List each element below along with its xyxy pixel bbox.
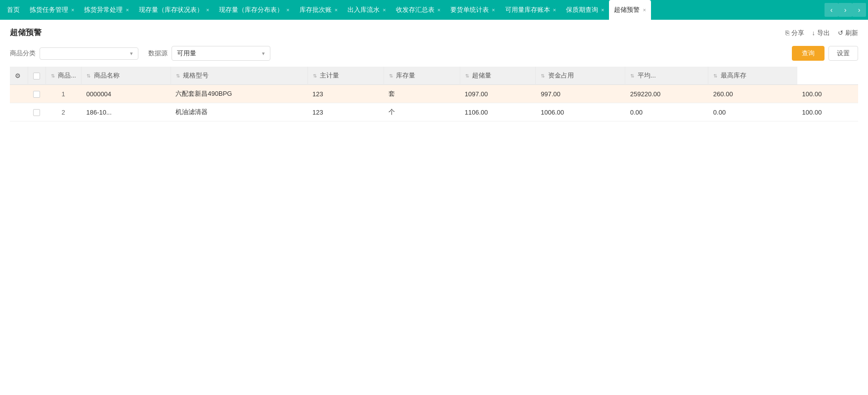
- settings-button[interactable]: 设置: [828, 46, 858, 61]
- close-icon[interactable]: ×: [335, 7, 338, 13]
- sort-icon: ⇅: [313, 73, 317, 79]
- row-unit-0: 套: [384, 85, 460, 103]
- row-item-name-0: 六配套新昌490BPG: [171, 85, 307, 103]
- nav-demand-stats[interactable]: 要货单统计表 ×: [445, 0, 500, 20]
- close-icon[interactable]: ×: [286, 7, 289, 13]
- col-overstock[interactable]: ⇅ 超储量: [460, 67, 536, 85]
- filter-row: 商品分类 ▾ 数据源 可用量 ▾ 查询 设置: [10, 46, 858, 61]
- row-checkbox-1[interactable]: [33, 109, 40, 116]
- close-icon[interactable]: ×: [437, 7, 440, 13]
- row-avg-1: 0.00: [708, 103, 797, 121]
- close-icon[interactable]: ×: [643, 7, 646, 13]
- header-actions: ⎘ 分享 ↓ 导出 ↺ 刷新: [785, 29, 859, 38]
- col-stock[interactable]: ⇅ 库存量: [384, 67, 460, 85]
- table-header-row: ⚙ ⇅ 商品... ⇅ 商品名称 ⇅ 规格型号 ⇅ 主计: [10, 67, 858, 85]
- sort-icon: ⇅: [465, 73, 469, 79]
- row-avg-0: 260.00: [708, 85, 797, 103]
- query-button[interactable]: 查询: [792, 46, 825, 61]
- row-max-stock-1: 100.00: [797, 103, 858, 121]
- refresh-icon: ↺: [838, 29, 843, 37]
- col-item-name[interactable]: ⇅ 商品名称: [81, 67, 171, 85]
- nav-overstock-alert[interactable]: 超储预警 ×: [609, 0, 651, 20]
- row-gear-1[interactable]: [10, 103, 28, 121]
- nav-exception[interactable]: 拣货异常处理 ×: [79, 0, 133, 20]
- nav-arrow-left[interactable]: ‹: [825, 3, 838, 17]
- row-gear-0[interactable]: [10, 85, 28, 103]
- nav-stock-dist[interactable]: 现存量（库存分布表） ×: [214, 0, 294, 20]
- nav-shelf-life[interactable]: 保质期查询 ×: [561, 0, 609, 20]
- col-max-stock[interactable]: ⇅ 最高库存: [708, 67, 797, 85]
- table-row: 2 186-10... 机油滤清器 123 个 1106.00 1006.00 …: [10, 103, 858, 121]
- close-icon[interactable]: ×: [383, 7, 386, 13]
- sort-icon: ⇅: [541, 73, 545, 79]
- header-checkbox[interactable]: [33, 73, 40, 79]
- nav-available-ledger[interactable]: 可用量库存账本 ×: [500, 0, 561, 20]
- top-nav: 首页 拣货任务管理 × 拣货异常处理 × 现存量（库存状况表） × 现存量（库存…: [0, 0, 868, 20]
- row-stock-0: 1097.00: [460, 85, 536, 103]
- sort-icon: ⇅: [87, 73, 90, 79]
- category-select[interactable]: ▾: [40, 47, 138, 60]
- row-max-stock-0: 100.00: [797, 85, 858, 103]
- datasource-filter-group: 数据源 可用量 ▾: [148, 46, 270, 61]
- row-unit-1: 个: [384, 103, 460, 121]
- close-icon[interactable]: ×: [206, 7, 209, 13]
- page-title: 超储预警: [10, 28, 42, 38]
- sort-icon: ⇅: [630, 73, 634, 79]
- close-icon[interactable]: ×: [553, 7, 556, 13]
- export-button[interactable]: ↓ 导出: [812, 29, 830, 38]
- nav-stock-status[interactable]: 现存量（库存状况表） ×: [134, 0, 214, 20]
- category-label: 商品分类: [10, 49, 36, 58]
- row-num-0: 1: [45, 85, 81, 103]
- row-overstock-0: 997.00: [536, 85, 625, 103]
- row-num-1: 2: [45, 103, 81, 121]
- row-capital-0: 259220.00: [625, 85, 708, 103]
- nav-arrow-right[interactable]: ›: [838, 3, 852, 17]
- col-avg[interactable]: ⇅ 平均...: [625, 67, 708, 85]
- row-capital-1: 0.00: [625, 103, 708, 121]
- main-content: 超储预警 ⎘ 分享 ↓ 导出 ↺ 刷新 商品分类 ▾ 数据源: [0, 20, 868, 395]
- page-header: 超储预警 ⎘ 分享 ↓ 导出 ↺ 刷新: [10, 28, 858, 38]
- row-spec-0: 123: [307, 85, 384, 103]
- row-item-code-0: 0000004: [81, 85, 171, 103]
- row-spec-1: 123: [307, 103, 384, 121]
- sort-icon: ⇅: [176, 73, 180, 79]
- nav-batch[interactable]: 库存批次账 ×: [295, 0, 343, 20]
- nav-inout-flow[interactable]: 出入库流水 ×: [343, 0, 391, 20]
- row-checkbox-cell-0: [28, 85, 45, 103]
- nav-task-mgmt[interactable]: 拣货任务管理 ×: [25, 0, 79, 20]
- datasource-value: 可用量: [177, 49, 196, 58]
- row-checkbox-0[interactable]: [33, 91, 40, 98]
- row-item-name-1: 机油滤清器: [171, 103, 307, 121]
- close-icon[interactable]: ×: [126, 7, 129, 13]
- sort-icon: ⇅: [713, 73, 717, 79]
- data-table: ⚙ ⇅ 商品... ⇅ 商品名称 ⇅ 规格型号 ⇅ 主计: [10, 67, 858, 121]
- datasource-select[interactable]: 可用量 ▾: [172, 46, 270, 61]
- col-unit[interactable]: ⇅ 主计量: [307, 67, 384, 85]
- chevron-down-icon: ▾: [130, 50, 133, 57]
- nav-arrows: ‹ › ›: [825, 3, 866, 17]
- sort-icon: ⇅: [51, 73, 55, 79]
- export-icon: ↓: [812, 29, 816, 37]
- category-filter-group: 商品分类 ▾: [10, 47, 138, 60]
- table-row: 1 0000004 六配套新昌490BPG 123 套 1097.00 997.…: [10, 85, 858, 103]
- row-stock-1: 1106.00: [460, 103, 536, 121]
- close-icon[interactable]: ×: [71, 7, 74, 13]
- share-button[interactable]: ⎘ 分享: [785, 29, 804, 38]
- row-item-code-1: 186-10...: [81, 103, 171, 121]
- row-checkbox-cell-1: [28, 103, 45, 121]
- nav-collect-summary[interactable]: 收发存汇总表 ×: [391, 0, 445, 20]
- chevron-down-icon: ▾: [262, 50, 265, 57]
- refresh-button[interactable]: ↺ 刷新: [838, 29, 858, 38]
- col-item-code[interactable]: ⇅ 商品...: [45, 67, 81, 85]
- datasource-label: 数据源: [148, 49, 168, 58]
- close-icon[interactable]: ×: [492, 7, 495, 13]
- share-icon: ⎘: [785, 29, 789, 37]
- close-icon[interactable]: ×: [601, 7, 604, 13]
- gear-header[interactable]: ⚙: [10, 67, 28, 85]
- sort-icon: ⇅: [389, 73, 393, 79]
- col-spec[interactable]: ⇅ 规格型号: [171, 67, 307, 85]
- nav-home[interactable]: 首页: [2, 0, 25, 20]
- nav-arrow-more[interactable]: ›: [852, 3, 866, 17]
- col-capital[interactable]: ⇅ 资金占用: [536, 67, 625, 85]
- checkbox-header[interactable]: [28, 67, 45, 85]
